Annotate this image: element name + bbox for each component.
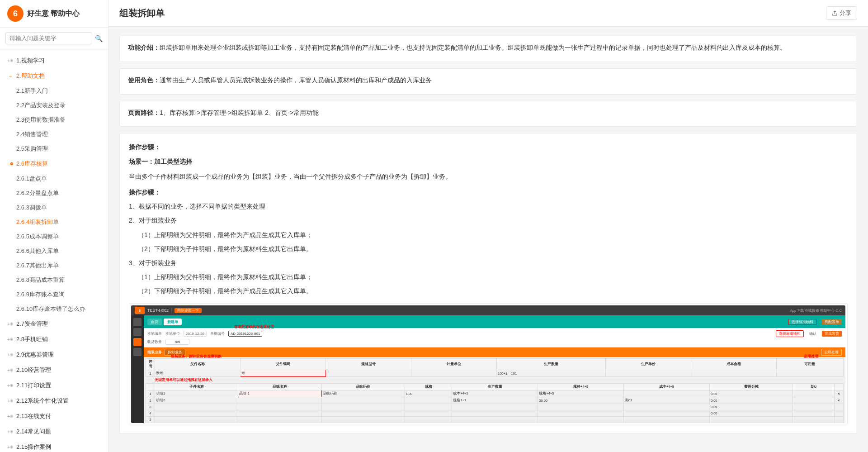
sidebar-item-label: 2.15操作案例	[16, 443, 51, 451]
collapse-icon-213	[7, 413, 14, 419]
sidebar-item-label: 2.7资金管理	[16, 320, 48, 328]
sidebar-nav: 1.视频学习 2.帮助文档 2.1新手入门 2.2产品安装及登录 2.3使用前数…	[0, 49, 108, 452]
sidebar-item-263[interactable]: 2.6.3调拨单	[0, 200, 108, 215]
steps-title: 操作步骤：	[129, 142, 848, 153]
sidebar-item-211[interactable]: 2.11打印设置	[0, 378, 108, 393]
collapse-icon-29	[7, 352, 14, 358]
sidebar-item-266[interactable]: 2.6.6其他入库单	[0, 244, 108, 258]
annotation1: 有装配清单的在这里处理	[234, 324, 274, 329]
sidebar-item-261[interactable]: 2.6.1盘点单	[0, 171, 108, 186]
screenshot-container: 6 TEST-H002 同到桌面一下 App下载 在线报修 帮助中心 C.C	[129, 303, 848, 425]
mock-icons: App下载 在线报修 帮助中心 C.C	[790, 308, 842, 313]
svg-rect-19	[12, 385, 12, 386]
share-button[interactable]: 分享	[826, 6, 857, 20]
svg-rect-28	[12, 431, 12, 433]
sidebar-item-docs-23[interactable]: 2.3使用前数据准备	[0, 113, 108, 127]
page-title: 组装拆卸单	[119, 7, 165, 19]
share-label: 分享	[840, 9, 851, 17]
sidebar-item-label: 2.14常见问题	[16, 428, 51, 436]
role-box: 使用角色：通常由生产人员或库管人员完成拆装业务的操作，库管人员确认原材料的出库和…	[119, 68, 857, 95]
main-area: 组装拆卸单 分享 功能介绍：组装拆卸单用来处理企业组装或拆卸等加工业务，支持有固…	[108, 0, 868, 452]
collapse-icon-210	[7, 367, 14, 373]
svg-rect-10	[12, 338, 12, 340]
sidebar-item-2610[interactable]: 2.6.10库存账本错了怎么办	[0, 302, 108, 316]
collapse-icon-214	[7, 428, 14, 435]
path-box: 页面路径：1、库存核算->库存管理->组装拆卸单 2、首页->常用功能	[119, 101, 857, 127]
sidebar-item-28[interactable]: 2.8手机旺铺	[0, 332, 108, 347]
sidebar-item-label: 1.视频学习	[16, 57, 45, 65]
function-intro-label: 功能介绍：	[128, 44, 160, 51]
sidebar-item-label: 2.帮助文档	[16, 72, 45, 80]
sidebar-item-label: 2.6库存核算	[16, 160, 48, 168]
sidebar-item-label: 2.12系统个性化设置	[16, 397, 69, 405]
svg-rect-22	[12, 400, 12, 402]
svg-rect-4	[11, 164, 13, 164]
main-header: 组装拆卸单 分享	[108, 0, 868, 27]
collapse-icon-215	[7, 444, 14, 450]
mock-topbar: 6 TEST-H002 同到桌面一下 App下载 在线报修 帮助中心 C.C	[131, 305, 845, 315]
sidebar-item-docs-25[interactable]: 2.5采购管理	[0, 142, 108, 156]
logo-text: 好生意 帮助中心	[27, 9, 80, 19]
sidebar-item-video[interactable]: 1.视频学习	[0, 53, 108, 68]
step3-1: （1）上部明细为父件明细，最终作为原材料生成其它出库单；	[129, 271, 848, 283]
function-intro-box: 功能介绍：组装拆卸单用来处理企业组装或拆卸等加工业务，支持有固定装配清单的产品加…	[119, 36, 857, 62]
svg-rect-31	[12, 446, 12, 448]
sidebar-item-210[interactable]: 2.10经营管理	[0, 362, 108, 378]
scene1-desc: 当由多个子件材料组装成一个成品的业务为【组装】业务，当由一个父件拆分成多个子产品…	[129, 171, 848, 182]
sidebar-item-213[interactable]: 2.13在线支付	[0, 409, 108, 424]
sidebar-item-264[interactable]: 2.6.4组装拆卸单	[0, 215, 108, 229]
step1: 1、根据不同的业务，选择不同单据的类型来处理	[129, 201, 848, 212]
mock-form-area: 有装配清单的在这里处理 本地编单 本地单位 2019-12-26 单据编号 AD…	[144, 328, 845, 347]
sidebar-item-docs-21[interactable]: 2.1新手入门	[0, 84, 108, 98]
sidebar-item-214[interactable]: 2.14常见问题	[0, 424, 108, 439]
svg-rect-13	[12, 354, 12, 356]
collapse-icon	[7, 57, 14, 64]
function-intro-text: 组装拆卸单用来处理企业组装或拆卸等加工业务，支持有固定装配清单的产品加工业务，也…	[160, 44, 786, 51]
search-input[interactable]	[5, 32, 92, 44]
sidebar-item-docs-24[interactable]: 2.4销售管理	[0, 127, 108, 142]
sidebar-item-29[interactable]: 2.9优惠券管理	[0, 347, 108, 362]
svg-rect-25	[12, 415, 12, 417]
search-icon[interactable]: 🔍	[95, 35, 103, 42]
sidebar-item-267[interactable]: 2.6.7其他出库单	[0, 258, 108, 273]
svg-rect-2	[12, 60, 12, 62]
steps-block: 操作步骤： 场景一：加工类型选择 当由多个子件材料组装成一个成品的业务为【组装】…	[119, 133, 857, 434]
role-text: 通常由生产人员或库管人员完成拆装业务的操作，库管人员确认原材料的出库和产成品的入…	[160, 76, 432, 84]
step2-2: （2）下部明细为子件明细，最终作为原材料生成其它出库单。	[129, 243, 848, 255]
step2-1: （1）上部明细为父件明细，最终作为产成品生成其它入库单；	[129, 229, 848, 241]
sidebar-item-label: 2.10经营管理	[16, 366, 51, 374]
sidebar-item-212[interactable]: 2.12系统个性化设置	[0, 393, 108, 409]
role-label: 使用角色：	[128, 76, 160, 84]
collapse-icon-28	[7, 336, 14, 343]
sidebar-item-docs[interactable]: 2.帮助文档	[0, 68, 108, 84]
expand-icon-26	[7, 161, 14, 167]
path-text: 1、库存核算->库存管理->组装拆卸单 2、首页->常用功能	[160, 109, 319, 116]
sidebar-item-docs-26[interactable]: 2.6库存核算	[0, 156, 108, 171]
logo-area: 6 好生意 帮助中心	[0, 0, 108, 28]
sidebar-item-269[interactable]: 2.6.9库存账本查询	[0, 287, 108, 302]
sidebar-item-label: 2.8手机旺铺	[16, 335, 48, 343]
mock-btn1: 同到桌面一下	[175, 308, 202, 313]
sidebar-item-262[interactable]: 2.6.2分量盘点单	[0, 186, 108, 200]
collapse-icon-27	[7, 321, 14, 327]
sidebar-item-docs-22[interactable]: 2.2产品安装及登录	[0, 98, 108, 113]
annotation5: 无固定清单可以通过拖拽在这里录入	[146, 378, 844, 382]
sidebar-item-268[interactable]: 2.6.8商品成本重算	[0, 273, 108, 287]
sidebar-item-label: 2.13在线支付	[16, 412, 51, 420]
step3-2: （2）下部明细为子件明细，最终作为产成品生成其它入库单。	[129, 285, 848, 297]
annotation4: 启用处理	[804, 354, 818, 359]
mock-table-area: 序号 父件名称 父件编码 规格型号 计量单位 生产数量 生产单价 成本金额	[144, 357, 845, 423]
collapse-icon-211	[7, 382, 14, 389]
svg-rect-16	[12, 369, 12, 371]
path-label: 页面路径：	[128, 109, 160, 116]
mock-type-switch: 组装业务 拆卸业务 组装业务、拆卸业务在这里切换 启用处理 启用处理	[144, 347, 845, 357]
sidebar-item-215[interactable]: 2.15操作案例	[0, 439, 108, 452]
step3: 3、对于拆装业务	[129, 257, 848, 269]
sidebar-item-27[interactable]: 2.7资金管理	[0, 316, 108, 332]
mock-sidebar-strip	[131, 315, 144, 423]
collapse-icon-212	[7, 398, 14, 404]
mock-company: TEST-H002	[147, 308, 169, 313]
sidebar-item-label: 2.9优惠券管理	[16, 351, 54, 359]
sidebar-item-265[interactable]: 2.6.5成本调整单	[0, 229, 108, 244]
steps-sublabel: 操作步骤：	[129, 187, 848, 198]
